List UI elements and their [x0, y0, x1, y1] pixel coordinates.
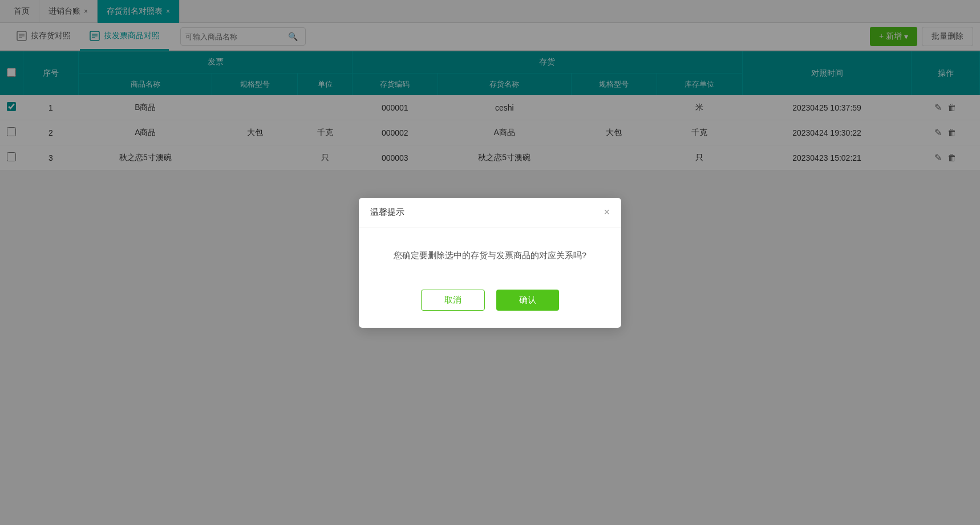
- modal-overlay: 温馨提示 × 您确定要删除选中的存货与发票商品的对应关系吗? 取消 确认: [0, 0, 980, 170]
